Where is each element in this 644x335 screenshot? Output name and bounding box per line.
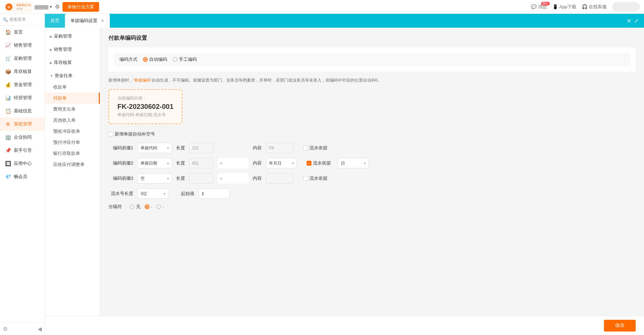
prefix1-serial-checkbox[interactable]: 流水依据 [303,145,327,151]
sub-item-payment[interactable]: 付款单 [45,93,100,104]
prefix2-serial-cb-box: ✓ [307,161,311,166]
sub-item-other-income[interactable]: 其他收入单 [45,115,100,126]
settings-icon[interactable]: ⚙ [55,3,60,10]
main-content: 付款单编码设置 编码方式 自动编码 手工编码 [100,28,644,316]
auto-code-radio[interactable]: 自动编码 [143,56,167,63]
sub-item-advance-payable[interactable]: 预付冲应付单 [45,137,100,148]
sub-group-sales-header[interactable]: ▶ 销售管理 [45,44,100,55]
sidebar-item-inventory[interactable]: 📦 库存核算 [0,65,45,78]
prefix1-label: 编码前缀1 [108,145,133,151]
bottom-settings-icon[interactable]: ⚙ [3,326,8,332]
prefix1-content-label: 内容 [253,145,262,151]
sidebar-item-member[interactable]: 💎 畅会员 [0,170,45,183]
sidebar-item-label: 销售管理 [14,42,32,48]
prefix2-serial-unit-select[interactable]: 日 ▾ [338,158,369,168]
sub-group-purchase-header[interactable]: ▶ 采购管理 [45,30,100,42]
tab-close-window-icon[interactable]: ✕ [627,18,631,24]
sidebar-item-label: 库存核算 [14,68,32,75]
sub-item-advance-receivable[interactable]: 预收冲应收单 [45,126,100,137]
sidebar-item-enterprise[interactable]: 🏢 企业协同 [0,131,45,144]
sub-group-inventory: ▶ 库存核算 [45,57,100,68]
enterprise-icon: 🏢 [5,134,11,140]
prefix3-select[interactable]: 空 ▾ [137,173,172,184]
sidebar-nav: 🏠 首页 📈 销售管理 🛒 采购管理 📦 库存核算 💰 资金管理 📊 经 [0,26,45,323]
sep-other-radio[interactable]: · [156,204,164,210]
sub-group-sales-label: 销售管理 [54,46,72,53]
sub-group-capital-header[interactable]: ▼ 资金往来 [45,70,100,82]
manual-code-radio-circle [173,57,177,62]
prefix2-content-value: 年月日 [269,160,281,166]
message-btn[interactable]: 💬 消息 99+ [531,4,547,10]
sidebar-item-business[interactable]: 📊 经营管理 [0,91,45,104]
sidebar-item-purchase[interactable]: 🛒 采购管理 [0,52,45,65]
manual-code-radio[interactable]: 手工编码 [173,56,197,63]
sub-item-expense[interactable]: 费用支出单 [45,104,100,115]
prefix2-content-select[interactable]: 年月日 ▾ [266,158,297,168]
code-method-row: 编码方式 自动编码 手工编码 [114,53,630,66]
message-icon: 💬 [531,4,537,9]
service-label: 在线客服 [589,4,607,10]
collapse-arrow-icon: ▶ [50,48,52,52]
service-btn[interactable]: 🎧 在线客服 [582,4,607,10]
auto-code-radio-circle [143,57,148,62]
sidebar-item-basic[interactable]: 📋 基础信息 [0,104,45,118]
prefix2-length-value: 8位 [192,160,199,166]
form-section: 编码前缀1 单据代码 ▾ 长度 2位 ▾ 内容 [108,143,636,210]
sidebar-item-guide[interactable]: 📌 新手引导 [0,144,45,157]
dropdown-arrow-icon: ▾ [364,161,366,165]
content-area: 首页 单据编码设置 ✕ ✕ ⤢ ▶ 采购管理 [45,14,644,335]
save-button[interactable]: 保存 [604,320,636,332]
sidebar-item-label: 首页 [14,29,23,35]
sub-item-receipt[interactable]: 收款单 [45,82,100,93]
sidebar-item-sales[interactable]: 📈 销售管理 [0,39,45,52]
sidebar-item-label: 经营管理 [14,95,32,101]
apps-icon: 🔲 [5,160,11,167]
workspace-dropdown[interactable]: ▓▓▓▓▓ ▾ [35,4,52,9]
logo: 畅 畅捷通好生意 拓品版 [4,2,32,12]
auto-fill-row: 新增单据自动补空号 [108,131,636,137]
sep-dot-radio[interactable]: · [145,204,152,210]
prefix1-content-input: FK [266,143,294,153]
prefix3-serial-checkbox[interactable]: 流水依据 [303,175,327,182]
prefix2-length-select[interactable]: ▾ [218,158,249,168]
prefix2-serial-checkbox[interactable]: ✓ 流水依据 [307,160,331,166]
purchase-icon: 🛒 [5,55,11,62]
sub-item-bank[interactable]: 银行存取款单 [45,148,100,159]
guide-icon: 📌 [5,147,11,153]
sidebar-item-home[interactable]: 🏠 首页 [0,26,45,39]
avatar[interactable] [612,2,640,12]
page-title: 付款单编码设置 [108,35,636,42]
start-value-input[interactable] [199,188,230,199]
auto-fill-checkbox[interactable]: 新增单据自动补空号 [108,131,636,137]
app-icon: 📱 [552,4,558,9]
sidebar-item-finance[interactable]: 💰 资金管理 [0,78,45,91]
prefix1-serial-label: 流水依据 [309,145,327,151]
search-menu-btn[interactable]: 🔍 搜索菜单 [0,14,45,26]
sidebar-item-label: 系统管理 [14,121,32,127]
tab-code-settings[interactable]: 单据编码设置 ✕ [65,14,110,28]
sep-dot-radio-circle [145,204,150,209]
tab-close-icon[interactable]: ✕ [101,18,104,23]
inventory-icon: 📦 [5,68,11,75]
search-icon: 🔍 [3,17,8,22]
prefix1-select[interactable]: 单据代码 ▾ [137,143,172,153]
tab-home[interactable]: 首页 [45,14,65,28]
message-badge: 99+ [541,2,550,6]
serial-length-select[interactable]: 3位 ▾ [137,188,169,199]
sidebar-item-apps[interactable]: 🔲 应用中心 [0,157,45,170]
bottom-collapse-icon[interactable]: ◀ [38,326,42,332]
sub-group-inventory-header[interactable]: ▶ 库存核算 [45,57,100,68]
sidebar-item-label: 畅会员 [14,174,27,180]
home-icon: 🏠 [5,29,11,35]
prefix2-length-label: 长度 [176,160,185,166]
prefix2-select[interactable]: 单据日期 ▾ [137,158,172,168]
experience-btn[interactable]: 体验行业方案 [63,2,99,12]
prefix3-length-select[interactable]: ▾ [218,173,249,184]
serial-row: 流水号长度 3位 ▾ 起始值 [108,188,636,199]
tab-expand-icon[interactable]: ⤢ [634,18,638,24]
sep-none-radio[interactable]: 无 [130,204,141,210]
sub-item-adjust[interactable]: 应收应付调整单 [45,159,100,170]
code-method-label: 编码方式 [119,56,137,63]
app-download-btn[interactable]: 📱 App下载 [552,4,576,10]
sidebar-item-system[interactable]: ⚙ 系统管理 [0,118,45,131]
